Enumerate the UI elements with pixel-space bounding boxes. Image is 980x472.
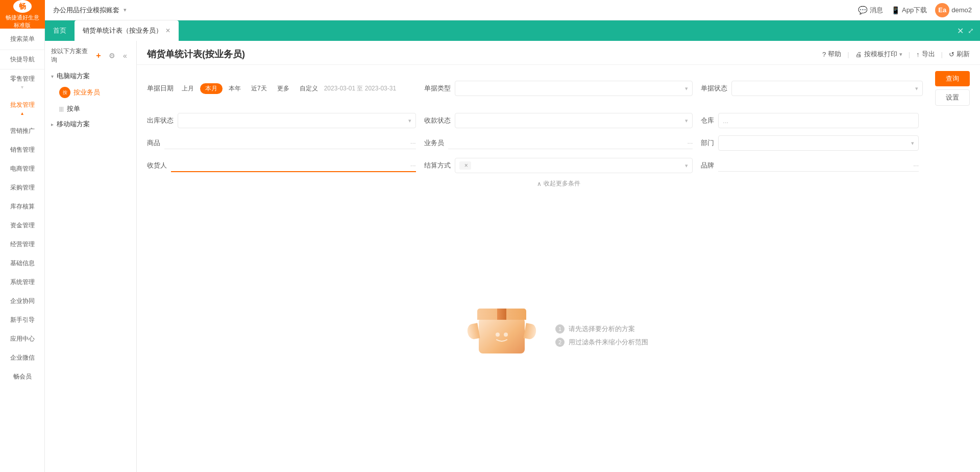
download-icon: 📱	[891, 6, 900, 14]
filter-area: 单据日期 上月 本月 本年 近7天 更多 自定义 2023-03-01 至 20…	[137, 65, 980, 199]
receiver-input-wrapper: ···	[171, 159, 416, 172]
sub-tree-computer: 按 按业务员 ||| 按单	[45, 84, 136, 116]
staff-input[interactable]	[448, 139, 688, 147]
tree-computer-item[interactable]: ▾ 电脑端方案	[45, 68, 136, 84]
settlement-dropdown-icon: ▾	[685, 162, 688, 169]
app-logo[interactable]: 畅 畅捷通好生意 标准版	[0, 0, 45, 29]
date-btn-last7[interactable]: 近7天	[247, 83, 271, 94]
export-button[interactable]: ↑ 导出	[916, 50, 935, 59]
paymentstatus-select[interactable]: ▾	[455, 113, 693, 128]
sidebar-item-inventory[interactable]: 库存核算	[0, 197, 44, 216]
user-profile[interactable]: Ea demo2	[935, 3, 972, 17]
settlement-tag-close[interactable]: ×	[464, 162, 468, 169]
topbar-left: 办公用品行业模拟账套 ▾	[53, 6, 127, 15]
sidebar-item-system[interactable]: 系统管理	[0, 273, 44, 292]
sidebar-quicknav-area[interactable]: 快捷导航	[0, 50, 44, 69]
tree-computer-section: ▾ 电脑端方案 按 按业务员 ||| 按单	[45, 68, 136, 116]
staff-dots-icon[interactable]: ···	[687, 139, 693, 147]
sidebar-item-ops[interactable]: 经营管理	[0, 235, 44, 254]
tree-arrow-icon: ▾	[51, 74, 54, 79]
refresh-label: 刷新	[957, 50, 970, 59]
print-button[interactable]: 🖨 按模板打印 ▾	[855, 50, 902, 59]
sidebar-item-corpwx[interactable]: 企业微信	[0, 348, 44, 367]
sidebar-item-sales[interactable]: 销售管理	[0, 140, 44, 159]
sidebar-item-purchase[interactable]: 采购管理	[0, 178, 44, 197]
settings-scheme-button[interactable]: ⚙	[107, 51, 117, 61]
date-btn-currentmonth[interactable]: 本月	[200, 83, 223, 94]
settlement-select[interactable]: × ▾	[455, 158, 693, 173]
date-btn-lastmonth[interactable]: 上月	[178, 83, 198, 94]
sidebar-item-retail[interactable]: 零售管理 ▾	[0, 69, 44, 96]
maximize-icon[interactable]: ⤢	[968, 27, 974, 35]
settings-button[interactable]: 设置	[935, 89, 970, 106]
docstatus-select[interactable]: ▾	[731, 81, 923, 96]
sidebar-item-finance[interactable]: 资金管理	[0, 216, 44, 235]
collapse-panel-button[interactable]: «	[120, 51, 130, 61]
date-range-text: 2023-03-01 至 2023-03-31	[324, 84, 396, 93]
print-dropdown-icon[interactable]: ▾	[899, 51, 902, 58]
empty-state: 1 请先选择要分析的方案 2 用过滤条件来缩小分析范围	[137, 199, 980, 472]
tab-close-icon[interactable]: ✕	[165, 27, 170, 34]
sidebar-item-wholesale[interactable]: 批发管理 ▴	[0, 96, 44, 122]
filter-doctype-cell: 单据类型 ▾	[424, 81, 693, 96]
empty-hint-2: 2 用过滤条件来缩小分析范围	[555, 338, 648, 347]
staff-label: 业务员	[424, 138, 444, 148]
tree-mobile-item[interactable]: ▸ 移动端方案	[45, 116, 136, 132]
app-download-button[interactable]: 📱 App下载	[891, 6, 927, 15]
tree-mobile-section: ▸ 移动端方案	[45, 116, 136, 132]
svg-point-0	[496, 333, 500, 337]
doctype-dropdown-icon: ▾	[685, 85, 688, 92]
collapse-button[interactable]: ∧ 收起更多条件	[537, 179, 580, 188]
sub-tree-item-bystaff[interactable]: 按 按业务员	[53, 84, 136, 101]
collapse-label: 收起更多条件	[544, 179, 580, 188]
settlement-tag-area: ×	[459, 161, 685, 170]
message-label: 消息	[870, 6, 883, 15]
filter-dept-cell: 部门 ▾	[701, 135, 970, 151]
query-btn-area: 查询 设置	[929, 71, 970, 106]
brand-input-wrapper: ···	[718, 159, 919, 172]
tab-sales-stat[interactable]: 销货单统计表（按业务员） ✕	[75, 20, 179, 41]
sidebar-search-area[interactable]: 搜索菜单	[0, 29, 44, 50]
dept-select[interactable]: ▾	[718, 135, 919, 151]
left-panel-title: 按以下方案查询	[51, 47, 93, 64]
message-button[interactable]: 💬 消息	[858, 6, 883, 15]
export-icon: ↑	[916, 51, 920, 58]
close-window-icon[interactable]: ✕	[957, 26, 964, 36]
refresh-button[interactable]: ↺ 刷新	[949, 50, 970, 59]
sidebar-item-coop[interactable]: 企业协同	[0, 292, 44, 311]
sub-tree-item-byorder[interactable]: ||| 按单	[53, 101, 136, 116]
topbar-dropdown-icon[interactable]: ▾	[124, 7, 127, 13]
tree-mobile-arrow-icon: ▸	[51, 122, 54, 127]
date-btn-currentyear[interactable]: 本年	[225, 83, 245, 94]
search-menu-label[interactable]: 搜索菜单	[0, 33, 44, 45]
brand-input[interactable]	[718, 161, 913, 169]
tab-home[interactable]: 首页	[45, 20, 75, 41]
doctype-select[interactable]: ▾	[455, 81, 693, 96]
help-button[interactable]: ? 帮助	[822, 50, 841, 59]
sidebar-item-member[interactable]: 畅会员	[0, 367, 44, 386]
topbar-app-name: 办公用品行业模拟账套	[53, 6, 119, 15]
sidebar-item-basic[interactable]: 基础信息	[0, 254, 44, 273]
tab-sales-stat-label: 销货单统计表（按业务员）	[83, 26, 162, 35]
sidebar-item-apps[interactable]: 应用中心	[0, 329, 44, 348]
empty-box-lid-center	[497, 309, 506, 320]
date-btn-more[interactable]: 更多	[273, 83, 293, 94]
filter-docstatus-cell: 单据状态 ▾ 查询 设置	[701, 71, 970, 106]
warehouse-select[interactable]: ...	[718, 113, 919, 128]
sidebar-item-newbie[interactable]: 新手引导	[0, 311, 44, 329]
date-btn-custom[interactable]: 自定义	[296, 83, 322, 94]
sidebar-item-ecom[interactable]: 电商管理	[0, 159, 44, 178]
add-scheme-button[interactable]: +	[93, 51, 104, 61]
goods-input[interactable]	[164, 139, 410, 147]
sidebar-item-marketing[interactable]: 营销推广	[0, 122, 44, 140]
docstatus-label: 单据状态	[701, 84, 727, 93]
brand-dots-icon[interactable]: ···	[913, 161, 919, 169]
query-button[interactable]: 查询	[935, 71, 970, 86]
receiver-input[interactable]	[171, 161, 410, 169]
logo-text: 畅捷通好生意	[6, 14, 39, 21]
quick-nav-label[interactable]: 快捷导航	[0, 53, 44, 66]
goods-dots-icon[interactable]: ···	[410, 139, 416, 147]
collapse-btn-area: ∧ 收起更多条件	[147, 176, 970, 193]
receiver-dots-icon[interactable]: ···	[410, 161, 416, 169]
outstatus-select[interactable]: ▾	[178, 113, 416, 128]
